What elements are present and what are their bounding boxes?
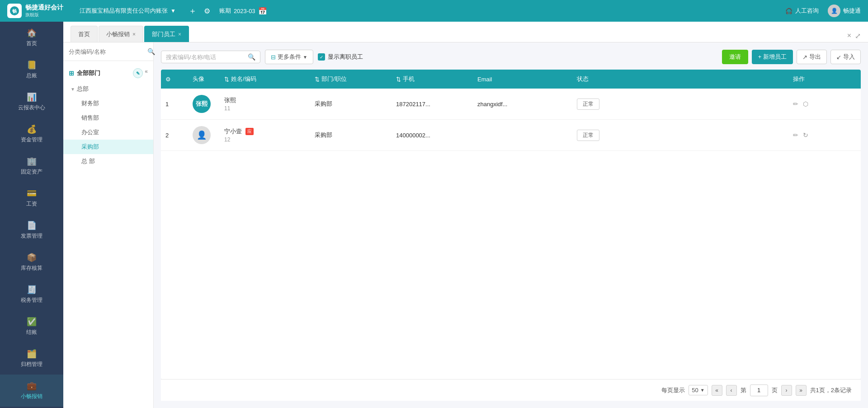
user-area[interactable]: 👤 畅捷通 [828,5,861,17]
calendar-icon[interactable]: 📅 [258,7,267,15]
period-value[interactable]: 2023-03 [234,8,255,14]
action-icons: ✏ ↻ [793,131,808,139]
window-close-btn[interactable]: × [847,32,851,40]
sidebar-label-assets: 固定资产 [21,168,42,176]
window-expand-btn[interactable]: ⤢ [855,32,861,40]
dept-item-finance[interactable]: 财务部 [63,96,153,111]
table-body: 1 张熙 张熙 11 [161,89,861,379]
employee-search-input[interactable] [166,54,245,61]
tab-expense-close[interactable]: × [132,31,136,38]
username: 畅捷通 [843,7,861,15]
ai-consult-btn[interactable]: 🎧 人工咨询 [785,7,819,15]
company-selector[interactable]: 江西服宝精品有限责任公司内账张 ▼ [76,5,179,17]
export-btn[interactable]: ↗ 导出 [797,50,827,64]
all-dept-header[interactable]: ⊞ 全部部门 ✎ « [63,65,153,82]
main-layout: 🏠 首页 📒 总账 📊 云报表中心 💰 资金管理 🏢 固定资产 💳 工资 📄 发… [0,22,868,408]
filter-chevron-icon: ▼ [303,55,307,60]
dept-finance-label: 财务部 [81,100,99,107]
sidebar-item-checkout[interactable]: ✅ 结账 [0,310,63,342]
row2-phone: 140000002... [392,126,473,145]
add-employee-btn[interactable]: + 新增员工 [752,50,793,64]
dept-item-hq[interactable]: ▼ 总部 [63,82,153,96]
row2-email [473,129,572,141]
sidebar-label-inventory: 库存核算 [21,264,42,272]
first-page-btn[interactable]: « [712,385,722,396]
sidebar-item-payroll[interactable]: 💳 工资 [0,182,63,214]
accounting-period: 账期 2023-03 📅 [219,7,267,15]
content-area: 首页 小畅报销 × 部门员工 × × ⤢ 🔍 [63,22,868,408]
add-employee-label: + 新增员工 [758,53,787,61]
per-page-label: 每页显示 [661,386,685,394]
checkout-icon: ✅ [27,317,37,327]
th-dept-label: 部门/职位 [321,75,347,83]
payroll-icon: 💳 [27,188,37,198]
sidebar-item-tax[interactable]: 🧾 税务管理 [0,278,63,310]
next-page-btn[interactable]: › [781,385,792,396]
settings-icon[interactable]: ⚙ [204,7,210,15]
logo-subtitle: 旗舰版 [25,12,63,18]
logout-icon[interactable]: ⬡ [803,100,808,108]
grid-icon: ⊞ [69,70,74,77]
th-email: Email [473,70,572,89]
period-label: 账期 [219,7,231,15]
tax-icon: 🧾 [27,285,37,295]
sidebar-item-archive[interactable]: 🗂️ 归档管理 [0,342,63,375]
row1-status: 正常 [572,92,788,116]
employee-search-icon[interactable]: 🔍 [248,53,255,61]
th-name[interactable]: ⇅ 姓名/编码 [220,70,310,89]
delete-icon[interactable]: ↻ [803,131,808,139]
dept-item-sales[interactable]: 销售部 [63,111,153,125]
edit-dept-btn[interactable]: ✎ [133,68,143,78]
edit-icon[interactable]: ✏ [793,100,798,108]
row1-num: 1 [161,94,188,114]
sidebar-item-invoice[interactable]: 📄 发票管理 [0,214,63,246]
sidebar-item-ledger[interactable]: 📒 总账 [0,54,63,86]
page-input[interactable] [750,385,768,396]
dept-item-hq2[interactable]: 总 部 [63,154,153,169]
dept-search-input[interactable] [69,48,145,55]
sidebar-item-home[interactable]: 🏠 首页 [0,22,63,54]
svg-text:畅: 畅 [12,9,17,14]
show-resigned-toggle[interactable]: ✓ 显示离职员工 [318,53,363,61]
employee-tag: 应 [245,128,254,135]
dept-office-label: 办公室 [81,129,99,136]
th-phone[interactable]: ⇅ 手机 [392,70,473,89]
filter-label: 更多条件 [278,53,301,61]
row2-status: 正常 [572,123,788,147]
filter-more-btn[interactable]: ⊟ 更多条件 ▼ [265,50,313,64]
th-status-label: 状态 [577,75,589,83]
th-dept[interactable]: ⇅ 部门/职位 [310,70,392,89]
page-content: 🔍 ⊞ 全部部门 ✎ « ▼ [63,42,868,408]
tab-dept-staff[interactable]: 部门员工 × [144,26,189,42]
th-settings[interactable]: ⚙ [161,70,188,89]
sidebar-label-home: 首页 [26,40,37,47]
avatar: 张熙 [193,95,211,113]
sidebar-item-funds[interactable]: 💰 资金管理 [0,118,63,150]
th-email-label: Email [477,76,492,83]
dept-tree: ⊞ 全部部门 ✎ « ▼ 总部 财务部 [63,61,153,408]
edit-icon[interactable]: ✏ [793,131,798,139]
dept-item-purchase[interactable]: 采购部 [63,140,153,154]
prev-page-btn[interactable]: ‹ [726,385,737,396]
add-icon[interactable]: ＋ [189,5,197,16]
tab-dept-staff-close[interactable]: × [178,31,181,38]
company-name: 江西服宝精品有限责任公司内账张 [80,7,168,15]
dept-item-office[interactable]: 办公室 [63,125,153,140]
import-btn[interactable]: ↙ 导入 [830,50,861,64]
tab-home[interactable]: 首页 [71,26,98,42]
sidebar-item-reports[interactable]: 📊 云报表中心 [0,86,63,118]
sidebar-item-expense[interactable]: 💼 小畅报销 [0,375,63,407]
logo-area: 畅 畅捷通好会计 旗舰版 [7,4,71,18]
per-page-select[interactable]: 50 ▼ [689,385,708,395]
expand-icon: ▼ [71,87,75,92]
filter-icon: ⊟ [271,54,276,61]
pagination: 每页显示 50 ▼ « ‹ 第 页 › [161,379,861,401]
last-page-btn[interactable]: » [796,385,807,396]
sidebar-item-inventory[interactable]: 📦 库存核算 [0,246,63,278]
sidebar-item-assets[interactable]: 🏢 固定资产 [0,150,63,182]
import-label: 导入 [843,53,855,61]
invite-btn[interactable]: 邀请 [722,50,748,64]
row1-name: 张熙 11 [220,90,310,118]
tab-expense[interactable]: 小畅报销 × [99,26,143,42]
collapse-dept-btn[interactable]: « [145,68,148,78]
